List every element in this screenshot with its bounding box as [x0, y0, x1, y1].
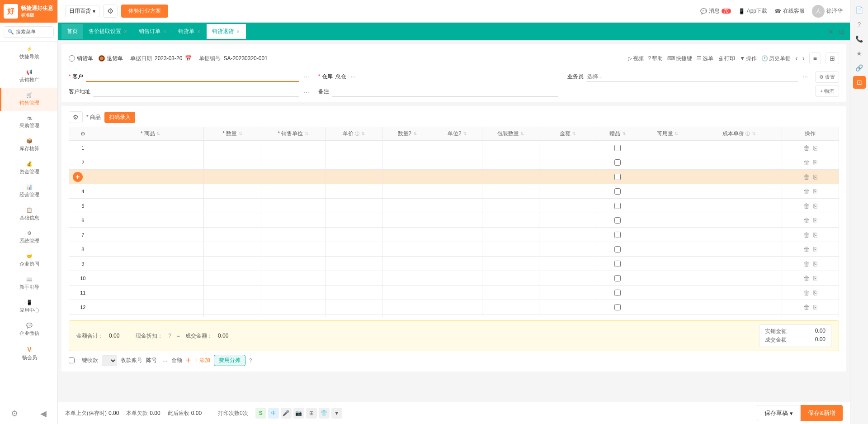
sort-icon[interactable]: ⇅ — [622, 131, 626, 136]
sidebar-item-quick[interactable]: ⚡ 快捷导航 — [0, 42, 57, 65]
staff-input[interactable] — [586, 71, 798, 82]
delete-row-btn[interactable]: 🗑 — [802, 187, 811, 196]
gift-checkbox[interactable] — [614, 188, 621, 195]
sidebar-item-collab[interactable]: 🤝 企业协同 — [0, 249, 57, 272]
price-cell[interactable] — [325, 155, 382, 170]
copy-row-btn[interactable]: ⎘ — [812, 216, 818, 225]
right-panel-doc-btn[interactable]: 📄 — [853, 4, 866, 16]
sort-icon[interactable]: ⇅ — [463, 131, 467, 136]
right-panel-screen-btn[interactable]: ⊡ — [853, 76, 866, 89]
maximize-btn[interactable]: ⊡ — [837, 26, 846, 37]
view-grid-btn[interactable]: ⊞ — [826, 52, 839, 64]
save-new-btn[interactable]: 保存&新增 — [801, 405, 843, 421]
qty-cell[interactable] — [204, 170, 261, 184]
copy-row-btn[interactable]: ⎘ — [812, 230, 818, 239]
right-panel-link-btn[interactable]: 🔗 — [853, 62, 866, 74]
sort-icon[interactable]: ⇅ — [752, 131, 755, 136]
available-cell[interactable] — [639, 170, 696, 184]
add-row-btn[interactable]: + — [73, 172, 83, 182]
gift-checkbox[interactable] — [614, 217, 621, 224]
sidebar-item-finance[interactable]: 💰 资金管理 — [0, 157, 57, 180]
sidebar-item-purchase[interactable]: 🛍 采购管理 — [0, 111, 57, 133]
module-select[interactable]: 日用百货 ▾ — [65, 5, 99, 17]
shortcut-btn[interactable]: ⌨ 快捷键 — [667, 55, 692, 62]
sort-icon[interactable]: ⇅ — [572, 131, 576, 136]
sidebar-item-vip[interactable]: V 畅会员 — [0, 341, 57, 366]
messages-btn[interactable]: 💬 消息 70 — [700, 7, 731, 15]
copy-row-btn[interactable]: ⎘ — [812, 245, 818, 254]
gift-checkbox[interactable] — [614, 203, 621, 209]
sidebar-item-system[interactable]: ⚙ 系统管理 — [0, 226, 57, 249]
status-icon-more[interactable]: ▼ — [331, 408, 342, 419]
radio-sales-input[interactable] — [69, 55, 75, 62]
customer-input[interactable] — [86, 71, 299, 82]
delete-row-btn[interactable]: 🗑 — [802, 245, 811, 254]
tab-close-icon[interactable]: × — [236, 29, 241, 35]
copy-row-btn[interactable]: ⎘ — [812, 172, 818, 181]
unit2-cell[interactable] — [432, 141, 482, 155]
sidebar-item-app-center[interactable]: 📱 应用中心 — [0, 295, 57, 318]
pkg-cell[interactable] — [482, 155, 539, 170]
goods-cell[interactable] — [97, 141, 204, 155]
right-panel-phone-btn[interactable]: 📞 — [853, 33, 866, 45]
sidebar-item-wechat[interactable]: 💬 企业微信 — [0, 318, 57, 341]
sidebar-item-guide[interactable]: 📖 新手引导 — [0, 272, 57, 295]
one-click-checkbox[interactable] — [69, 357, 75, 363]
sidebar-item-basic-info[interactable]: 📋 基础信息 — [0, 203, 57, 226]
copy-row-btn[interactable]: ⎘ — [812, 158, 818, 167]
delete-row-btn[interactable]: 🗑 — [802, 259, 811, 268]
cost-cell[interactable] — [696, 155, 782, 170]
sort-icon[interactable]: ⇅ — [413, 131, 417, 136]
available-cell[interactable] — [639, 141, 696, 155]
gift-checkbox[interactable] — [614, 275, 621, 281]
copy-row-btn[interactable]: ⎘ — [812, 143, 818, 152]
delete-row-btn[interactable]: 🗑 — [802, 274, 811, 283]
status-icon-shirt[interactable]: 👕 — [319, 408, 330, 419]
amount-cell[interactable] — [539, 170, 596, 184]
user-menu[interactable]: 人 徐泽华 — [812, 5, 843, 18]
amount-cell[interactable] — [539, 141, 596, 155]
operate-btn[interactable]: ▼ 操作 — [740, 55, 757, 62]
settle-method-select[interactable] — [102, 355, 117, 366]
collapse-btn[interactable]: ◀ — [38, 407, 48, 420]
customer-picker-btn[interactable]: ··· — [304, 73, 309, 80]
settings-bottom-btn[interactable]: ⚙ — [9, 407, 20, 420]
video-btn[interactable]: ▷ 视频 — [628, 55, 644, 62]
address-input[interactable] — [93, 86, 299, 97]
gift-checkbox[interactable] — [614, 145, 621, 151]
sort-icon[interactable]: ⇅ — [305, 131, 308, 136]
gift-checkbox[interactable] — [614, 232, 621, 238]
sidebar-item-sales[interactable]: 🛒 销售管理 — [0, 88, 57, 111]
view-list-btn[interactable]: ≡ — [809, 52, 821, 64]
gift-checkbox[interactable] — [614, 246, 621, 252]
pkg-cell[interactable] — [482, 170, 539, 184]
qty2-cell[interactable] — [382, 155, 432, 170]
cost-cell[interactable] — [696, 170, 782, 184]
tab-close-icon[interactable]: × — [196, 29, 201, 35]
copy-row-btn[interactable]: ⎘ — [812, 274, 818, 283]
add-payment-btn[interactable]: + — [186, 355, 191, 366]
amount-cell[interactable] — [539, 155, 596, 170]
copy-row-btn[interactable]: ⎘ — [812, 187, 818, 196]
status-icon-mic[interactable]: 🎤 — [281, 408, 292, 419]
staff-picker-btn[interactable]: ··· — [802, 73, 808, 80]
price-cell[interactable] — [325, 141, 382, 155]
unit-cell[interactable] — [261, 155, 325, 170]
gift-checkbox[interactable] — [614, 304, 621, 310]
calendar-icon[interactable]: 📅 — [185, 55, 192, 62]
delete-row-btn[interactable]: 🗑 — [802, 201, 811, 210]
goods-cell-input[interactable] — [97, 170, 204, 184]
gift-checkbox[interactable] — [614, 261, 621, 267]
close-tab-btn[interactable]: ✕ — [826, 26, 835, 37]
logistics-btn[interactable]: + 物流 — [815, 86, 839, 97]
qty-cell[interactable] — [204, 141, 261, 155]
online-support-btn[interactable]: ☎ 在线客服 — [774, 7, 805, 15]
remark-input[interactable] — [332, 86, 559, 97]
select-bill-btn[interactable]: ☰ 选单 — [697, 55, 713, 62]
delete-row-btn[interactable]: 🗑 — [802, 158, 811, 167]
help-btn[interactable]: ? 帮助 — [648, 55, 663, 62]
available-cell[interactable] — [639, 155, 696, 170]
gift-checkbox[interactable] — [614, 174, 621, 180]
goods-input[interactable] — [101, 174, 200, 180]
gift-checkbox[interactable] — [614, 159, 621, 166]
